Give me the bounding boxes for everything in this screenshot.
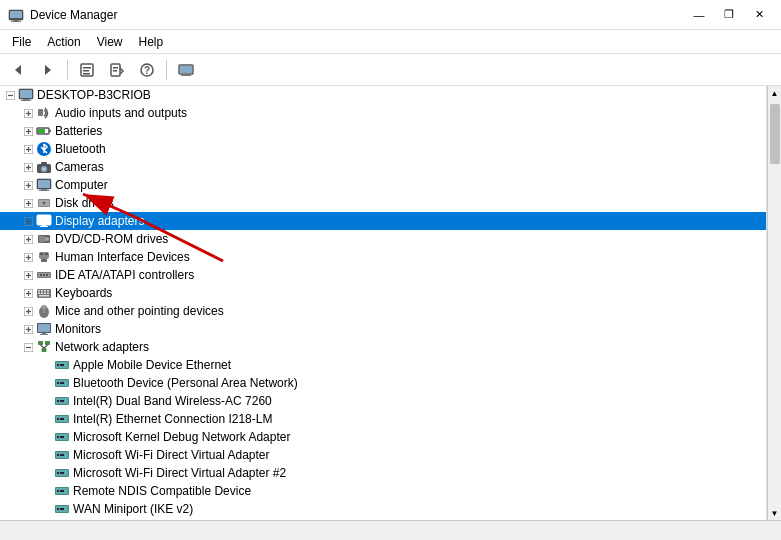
tree-item-ide[interactable]: IDE ATA/ATAPI controllers — [0, 266, 766, 284]
tree-item-monitors[interactable]: Monitors — [0, 320, 766, 338]
expander-monitors[interactable] — [20, 320, 36, 338]
expander-display[interactable] — [20, 212, 36, 230]
toolbar-forward[interactable] — [34, 57, 62, 83]
tree-item-mice[interactable]: Mice and other pointing devices — [0, 302, 766, 320]
tree-item-net6[interactable]: Microsoft Wi-Fi Direct Virtual Adapter — [0, 446, 766, 464]
svg-rect-78 — [41, 259, 47, 262]
svg-marker-4 — [15, 65, 21, 75]
tree-item-net5[interactable]: Microsoft Kernel Debug Network Adapter — [0, 428, 766, 446]
icon-battery — [36, 123, 52, 139]
toolbar-update[interactable] — [103, 57, 131, 83]
expander-bluetooth[interactable] — [20, 140, 36, 158]
tree-item-net8[interactable]: Remote NDIS Compatible Device — [0, 482, 766, 500]
expander-disk[interactable] — [20, 194, 36, 212]
scroll-up[interactable]: ▲ — [768, 86, 782, 100]
expander-net7[interactable] — [38, 464, 54, 482]
svg-rect-45 — [41, 162, 47, 165]
tree-item-net7[interactable]: Microsoft Wi-Fi Direct Virtual Adapter #… — [0, 464, 766, 482]
menu-file[interactable]: File — [4, 33, 39, 51]
minimize-button[interactable]: — — [685, 5, 713, 25]
expander-hid[interactable] — [20, 248, 36, 266]
svg-rect-122 — [57, 364, 59, 366]
svg-rect-127 — [60, 382, 64, 384]
window-title: Device Manager — [30, 8, 117, 22]
svg-rect-115 — [38, 341, 43, 345]
expander-dvd[interactable] — [20, 230, 36, 248]
expander-net8[interactable] — [38, 482, 54, 500]
svg-rect-3 — [11, 21, 21, 22]
expander-net4[interactable] — [38, 410, 54, 428]
close-button[interactable]: ✕ — [745, 5, 773, 25]
svg-rect-146 — [57, 472, 59, 474]
tree-item-audio[interactable]: Audio inputs and outputs — [0, 104, 766, 122]
expander-computer[interactable] — [20, 176, 36, 194]
tree-item-net1[interactable]: Apple Mobile Device Ethernet — [0, 356, 766, 374]
tree-item-net3[interactable]: Intel(R) Dual Band Wireless-AC 7260 — [0, 392, 766, 410]
label-display: Display adapters — [55, 214, 144, 228]
expander-cameras[interactable] — [20, 158, 36, 176]
expander-keyboards[interactable] — [20, 284, 36, 302]
scroll-track[interactable] — [770, 100, 780, 506]
label-net9: WAN Miniport (IKE v2) — [73, 502, 193, 516]
label-net6: Microsoft Wi-Fi Direct Virtual Adapter — [73, 448, 270, 462]
svg-rect-117 — [42, 348, 47, 352]
tree-item-disk[interactable]: Disk drives — [0, 194, 766, 212]
expander-ide[interactable] — [20, 266, 36, 284]
svg-rect-134 — [57, 418, 59, 420]
tree-item-net9[interactable]: WAN Miniport (IKE v2) — [0, 500, 766, 518]
tree-item-cameras[interactable]: Cameras — [0, 158, 766, 176]
svg-rect-17 — [183, 74, 189, 75]
expander-net3[interactable] — [38, 392, 54, 410]
tree-item-bluetooth[interactable]: Bluetooth — [0, 140, 766, 158]
expander-net5[interactable] — [38, 428, 54, 446]
restore-button[interactable]: ❐ — [715, 5, 743, 25]
tree-item-keyboards[interactable]: Keyboards — [0, 284, 766, 302]
tree-item-display[interactable]: Display adapters — [0, 212, 766, 230]
tree-item-computer[interactable]: Computer — [0, 176, 766, 194]
tree-view[interactable]: DESKTOP-B3CRIOBAudio inputs and outputsB… — [0, 86, 767, 520]
svg-rect-96 — [41, 293, 43, 295]
expander-root[interactable] — [2, 86, 18, 104]
menu-view[interactable]: View — [89, 33, 131, 51]
expander-net1[interactable] — [38, 356, 54, 374]
menu-help[interactable]: Help — [131, 33, 172, 51]
svg-rect-147 — [60, 472, 64, 474]
expander-net2[interactable] — [38, 374, 54, 392]
scroll-thumb[interactable] — [770, 104, 780, 164]
toolbar-sep-1 — [67, 60, 68, 80]
expander-net9[interactable] — [38, 500, 54, 518]
svg-rect-142 — [57, 454, 59, 456]
svg-rect-65 — [40, 226, 48, 227]
expander-net6[interactable] — [38, 446, 54, 464]
menu-action[interactable]: Action — [39, 33, 88, 51]
label-net1: Apple Mobile Device Ethernet — [73, 358, 231, 372]
toolbar-back[interactable] — [4, 57, 32, 83]
expander-network[interactable] — [20, 338, 36, 356]
svg-rect-22 — [20, 90, 32, 98]
svg-marker-5 — [45, 65, 51, 75]
tree-item-dvd[interactable]: DVD/CD-ROM drives — [0, 230, 766, 248]
tree-item-net2[interactable]: Bluetooth Device (Personal Area Network) — [0, 374, 766, 392]
svg-rect-84 — [40, 274, 42, 276]
toolbar-device[interactable] — [172, 57, 200, 83]
svg-rect-130 — [57, 400, 59, 402]
svg-rect-24 — [21, 100, 31, 101]
tree-item-batteries[interactable]: Batteries — [0, 122, 766, 140]
svg-rect-64 — [42, 225, 46, 226]
scroll-down[interactable]: ▼ — [768, 506, 782, 520]
expander-batteries[interactable] — [20, 122, 36, 140]
tree-item-hid[interactable]: Human Interface Devices — [0, 248, 766, 266]
toolbar-properties[interactable] — [73, 57, 101, 83]
expander-audio[interactable] — [20, 104, 36, 122]
svg-rect-77 — [45, 253, 48, 255]
tree-item-root[interactable]: DESKTOP-B3CRIOB — [0, 86, 766, 104]
toolbar-help[interactable]: ? — [133, 57, 161, 83]
tree-item-net4[interactable]: Intel(R) Ethernet Connection I218-LM — [0, 410, 766, 428]
label-disk: Disk drives — [55, 196, 114, 210]
icon-dvd — [36, 231, 52, 247]
vertical-scrollbar[interactable]: ▲ ▼ — [767, 86, 781, 520]
tree-item-network[interactable]: Network adapters — [0, 338, 766, 356]
label-keyboards: Keyboards — [55, 286, 112, 300]
expander-mice[interactable] — [20, 302, 36, 320]
svg-rect-150 — [57, 490, 59, 492]
